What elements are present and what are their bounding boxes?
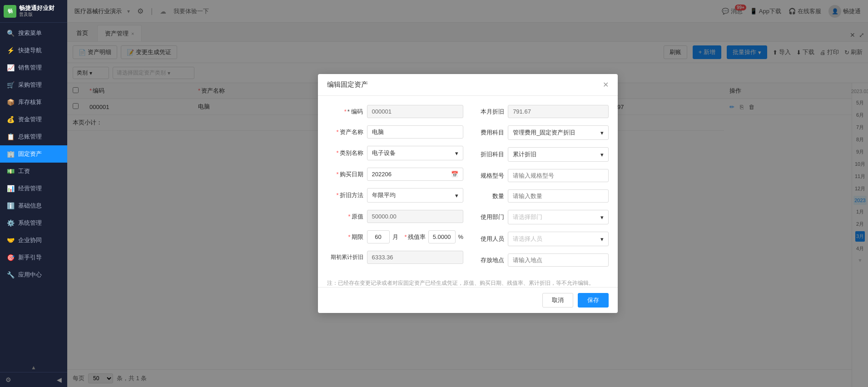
code-row: ** 编码 — [327, 105, 464, 118]
collapse-icon[interactable]: ◀ — [57, 376, 62, 383]
purchase-date-input[interactable]: 202206 📅 — [367, 168, 464, 181]
initial-accumulated-row: 期初累计折旧 — [327, 251, 464, 264]
category-select-icon: ▾ — [455, 150, 458, 157]
dep-method-select[interactable]: 年限平均 ▾ — [367, 188, 464, 203]
purchase-icon: 🛒 — [6, 81, 15, 89]
modal-note: 注：已经存在变更记录或者对应固定资产已经生成凭证，原值、购买日期、残值率、累计折… — [318, 276, 618, 287]
calendar-icon: 📅 — [451, 171, 458, 178]
sidebar-item-finance[interactable]: 💰 资金管理 — [0, 111, 67, 128]
original-value-row: *原值 — [327, 210, 464, 223]
depreciation-method-row: *折旧方法 年限平均 ▾ — [327, 188, 464, 203]
period-group: 月 *残值率 % — [367, 230, 464, 243]
inventory-icon: 📦 — [6, 98, 15, 106]
spec-row: 规格型号 — [472, 169, 608, 182]
modal-body: ** 编码 *资产名称 *类别名称 — [318, 96, 618, 276]
init-acc-input[interactable] — [367, 251, 464, 264]
department-row: 使用部门 请选择部门 ▾ — [472, 210, 608, 224]
monthly-dep-input — [508, 105, 608, 118]
init-acc-label: 期初累计折旧 — [327, 253, 363, 261]
user-row: 使用人员 请选择人员 ▾ — [472, 232, 608, 246]
sidebar-item-label: 资金管理 — [18, 115, 42, 124]
expense-subject-value: 管理费用_固定资产折旧 — [513, 129, 575, 137]
sidebar-item-inventory[interactable]: 📦 库存核算 — [0, 94, 67, 111]
storage-row: 存放地点 — [472, 253, 608, 267]
user-placeholder: 请选择人员 — [513, 235, 542, 243]
category-select[interactable]: 电子设备 ▾ — [367, 146, 464, 160]
storage-label: 存放地点 — [472, 256, 504, 264]
department-placeholder: 请选择部门 — [513, 213, 542, 221]
name-row: *资产名称 — [327, 125, 464, 139]
sidebar-footer: ⚙ ◀ — [0, 372, 67, 387]
category-label: *类别名称 — [327, 149, 363, 157]
period-input[interactable] — [367, 230, 390, 243]
cancel-button[interactable]: 取消 — [542, 293, 573, 308]
save-button[interactable]: 保存 — [578, 293, 609, 308]
modal-left-col: ** 编码 *资产名称 *类别名称 — [327, 105, 464, 267]
dep-subject-icon: ▾ — [600, 151, 604, 158]
sidebar-header: 畅 畅捷通好业财 普及版 — [0, 0, 67, 23]
residual-rate-input[interactable] — [428, 230, 456, 243]
expense-subject-select[interactable]: 管理费用_固定资产折旧 ▾ — [508, 125, 608, 140]
sidebar-item-ledger[interactable]: 📋 总账管理 — [0, 128, 67, 145]
dep-method-label: *折旧方法 — [327, 191, 363, 199]
storage-input[interactable] — [508, 253, 608, 267]
sidebar-scroll-up[interactable]: ▲ — [0, 363, 67, 372]
operations-icon: 📊 — [6, 184, 15, 193]
department-label: 使用部门 — [472, 213, 504, 221]
category-value: 电子设备 — [372, 149, 396, 157]
sidebar-item-label: 采购管理 — [18, 81, 42, 89]
quantity-input[interactable] — [508, 189, 608, 203]
spec-input[interactable] — [508, 169, 608, 182]
name-input[interactable] — [367, 125, 464, 139]
sidebar-item-search[interactable]: 🔍 搜索菜单 — [0, 25, 67, 42]
building-icon: 🏢 — [6, 150, 15, 158]
sidebar-item-salary[interactable]: 💵 工资 — [0, 163, 67, 180]
dep-method-value: 年限平均 — [372, 191, 396, 199]
note-text: 注：已经存在变更记录或者对应固定资产已经生成凭证，原值、购买日期、残值率、累计折… — [327, 280, 594, 286]
dep-subject-value: 累计折旧 — [513, 150, 536, 159]
sidebar-item-purchase[interactable]: 🛒 采购管理 — [0, 76, 67, 94]
sidebar-item-quicknav[interactable]: ⚡ 快捷导航 — [0, 42, 67, 59]
department-icon: ▾ — [600, 214, 604, 221]
name-label: *资产名称 — [327, 128, 363, 136]
department-select[interactable]: 请选择部门 ▾ — [508, 210, 608, 224]
apps-icon: 🔧 — [6, 271, 15, 279]
edit-modal: 编辑固定资产 ✕ ** 编码 *资产名称 — [318, 74, 618, 313]
info-icon: ℹ️ — [6, 202, 15, 210]
code-input[interactable] — [367, 105, 464, 118]
purchase-date-label: *购买日期 — [327, 170, 363, 179]
settings-icon[interactable]: ⚙ — [5, 376, 11, 383]
expense-subject-row: 费用科目 管理费用_固定资产折旧 ▾ — [472, 125, 608, 140]
modal-right-col: 本月折旧 费用科目 管理费用_固定资产折旧 ▾ 折旧科目 — [472, 105, 608, 267]
sidebar-item-fixed-assets[interactable]: 🏢 固定资产 — [0, 145, 67, 163]
sidebar-item-basic-info[interactable]: ℹ️ 基础信息 — [0, 197, 67, 214]
purchase-date-value: 202206 — [372, 171, 392, 178]
expense-subject-label: 费用科目 — [472, 129, 504, 137]
app-subtitle: 普及版 — [19, 11, 55, 18]
sidebar-item-enterprise[interactable]: 🤝 企业协同 — [0, 232, 67, 249]
user-select[interactable]: 请选择人员 ▾ — [508, 232, 608, 246]
user-select-icon: ▾ — [600, 236, 604, 243]
residual-unit: % — [458, 233, 464, 240]
expense-subject-icon: ▾ — [600, 129, 604, 136]
sidebar-item-apps[interactable]: 🔧 应用中心 — [0, 266, 67, 283]
search-icon: 🔍 — [6, 29, 15, 37]
sidebar-item-system[interactable]: ⚙️ 系统管理 — [0, 214, 67, 232]
orig-value-input[interactable] — [367, 210, 464, 223]
sidebar-item-label: 快捷导航 — [18, 46, 42, 55]
modal-close-btn[interactable]: ✕ — [603, 80, 609, 89]
quantity-row: 数量 — [472, 189, 608, 203]
sidebar-item-guide[interactable]: 🎯 新手引导 — [0, 249, 67, 266]
monthly-dep-row: 本月折旧 — [472, 105, 608, 118]
main-content: 医疗器械行业演示 ▾ ⚙ | ☁ 我要体验一下 💬 消息 99+ 📱 App下载… — [67, 0, 868, 387]
sidebar-item-sales[interactable]: 📈 销售管理 — [0, 59, 67, 76]
dep-subject-select[interactable]: 累计折旧 ▾ — [508, 147, 608, 162]
dep-subject-row: 折旧科目 累计折旧 ▾ — [472, 147, 608, 162]
sidebar-item-label: 库存核算 — [18, 98, 42, 106]
sidebar-nav: 🔍 搜索菜单 ⚡ 快捷导航 📈 销售管理 🛒 采购管理 📦 库存核算 💰 资金管… — [0, 23, 67, 363]
period-label: *期限 — [327, 233, 363, 241]
finance-icon: 💰 — [6, 115, 15, 124]
modal-title: 编辑固定资产 — [327, 80, 368, 89]
sidebar-item-operations[interactable]: 📊 经营管理 — [0, 180, 67, 197]
gear-icon: ⚙️ — [6, 219, 15, 227]
